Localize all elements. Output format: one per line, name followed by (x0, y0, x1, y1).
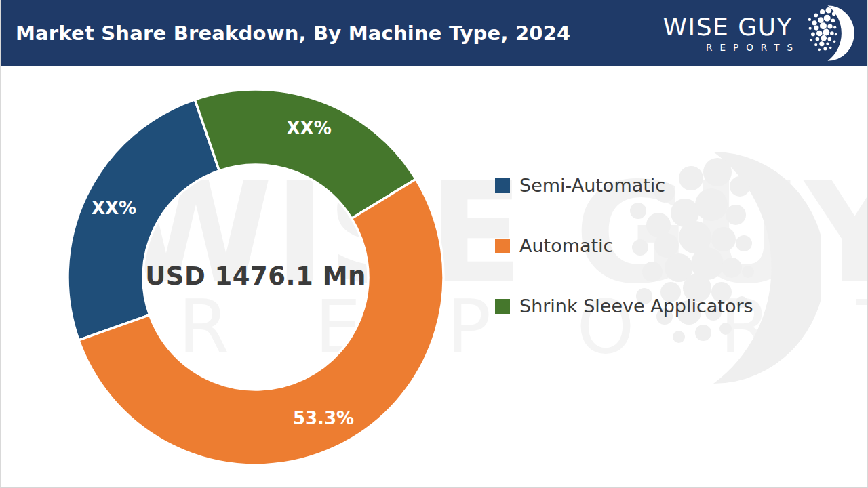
segment-label: XX% (287, 118, 332, 138)
legend-item-shrink-sleeve-applicators: Shrink Sleeve Applicators (495, 296, 753, 317)
logo-face-icon (794, 4, 859, 62)
header: Market Share Breakdown, By Machine Type,… (1, 0, 868, 66)
report-page: WISE GUY R E P O R T S Market Share Brea… (0, 0, 868, 488)
legend-swatch-green (495, 299, 510, 314)
legend-label: Automatic (519, 235, 613, 257)
legend-item-semi-automatic: Semi-Automatic (495, 175, 753, 197)
legend-swatch-orange (495, 239, 510, 253)
segment-label: 53.3% (293, 408, 354, 428)
logo: WISE GUY REPORTS (663, 4, 860, 62)
legend: Semi-Automatic Automatic Shrink Sleeve A… (495, 175, 753, 317)
logo-subtext: REPORTS (663, 42, 801, 53)
page-title: Market Share Breakdown, By Machine Type,… (16, 0, 570, 66)
logo-wordmark: WISE GUY (663, 14, 793, 40)
legend-label: Semi-Automatic (519, 175, 665, 197)
legend-swatch-blue (495, 178, 510, 193)
segment-label: XX% (92, 198, 136, 218)
legend-label: Shrink Sleeve Applicators (519, 296, 753, 317)
pie-segment-semi-automatic (68, 100, 219, 340)
logo-text: WISE GUY REPORTS (663, 14, 793, 53)
chart-center-value: USD 1476.1 Mn (120, 262, 391, 291)
legend-item-automatic: Automatic (495, 235, 753, 257)
